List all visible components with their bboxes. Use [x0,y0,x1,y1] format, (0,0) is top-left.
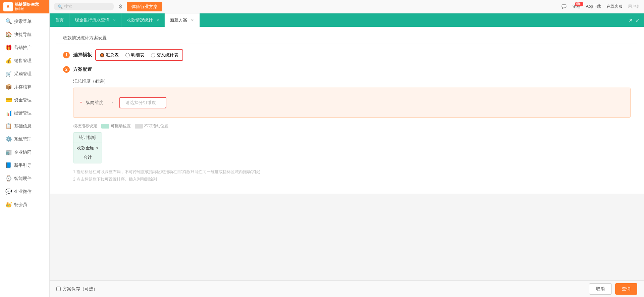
logo-text: 畅捷通好生意 标准版 [15,2,39,11]
step2-row: 2 方案配置 [63,66,631,73]
bottom-bar: 方案保存（可选） 取消 查询 [50,280,644,297]
search-placeholder: 搜索 [64,4,72,9]
form-body: 1 选择模板 汇总表 明细表 交叉统计表 [56,44,637,188]
watch-icon: ⌚ [5,175,11,182]
tab-bar-actions: ✕ ⤢ [625,13,644,27]
radio-detail[interactable]: 明细表 [125,52,144,58]
bottom-actions: 取消 查询 [582,283,644,295]
indicators-section: 模板指标设定 可拖动位置 不可拖动位置 统计指标 [73,123,631,164]
sidebar-item-system[interactable]: ⚙️ 系统管理 [0,133,49,146]
indicators-cell-amount[interactable]: 收款金额 ▾ [73,143,102,153]
legend-drag-color [101,124,109,129]
cancel-button[interactable]: 取消 [589,283,612,295]
card-icon: 💳 [5,97,11,103]
tab-bank-flow-label: 现金银行流水查询 [75,17,110,23]
radio-cross-label: 交叉统计表 [157,52,178,58]
app-download-link[interactable]: App下载 [586,4,601,9]
sidebar-item-wechat[interactable]: 💬 企业微信 [0,185,49,198]
gear-icon: ⚙️ [5,136,11,142]
tab-home[interactable]: 首页 [50,13,69,27]
sidebar-item-quick-nav[interactable]: 🏠 快捷导航 [0,28,49,41]
tab-new-plan-label: 新建方案 [170,17,187,23]
tab-collection-stat-close-icon[interactable]: × [156,17,159,23]
sidebar-item-purchase[interactable]: 🛒 采购管理 [0,67,49,80]
tips-tip2: 2.点击标题栏下拉可设置排序、插入列和删除列 [73,176,631,183]
indicators-legend: 模板指标设定 可拖动位置 不可拖动位置 [73,123,631,129]
sidebar-item-label: 经营管理 [14,110,32,116]
indicators-subtotal: 合计 [73,153,102,163]
indicators-table-header: 统计指标 [73,133,102,143]
list-icon: 📋 [5,123,11,129]
tab-bar: 首页 现金银行流水查询 × 收款情况统计 × 新建方案 × ✕ ⤢ [50,13,644,27]
tab-bank-flow[interactable]: 现金银行流水查询 × [69,13,121,27]
sidebar-item-label: 快捷导航 [14,32,32,38]
gift-icon: 🎁 [5,44,11,51]
radio-summary-input[interactable] [100,53,104,57]
sidebar-item-label: 搜索菜单 [14,18,32,24]
dimension-orange-zone: * 纵向维度 → 请选择分组维度 [73,88,631,118]
tab-bank-flow-close-icon[interactable]: × [113,17,116,23]
dimension-section-title: 汇总维度（必选） [73,78,631,84]
top-header: 🔍 搜索 ⚙ 体验行业方案 💬 99+ 消息 App下载 在线客服 用户名 [50,0,644,13]
online-service-link[interactable]: 在线客服 [606,4,623,9]
legend-nodrag-label: 不可拖动位置 [144,123,168,129]
sidebar-item-finance[interactable]: 💳 资金管理 [0,93,49,106]
radio-cross[interactable]: 交叉统计表 [151,52,178,58]
save-label: 方案保存（可选） [63,286,98,292]
query-button[interactable]: 查询 [615,283,637,295]
sidebar-item-search-menu[interactable]: 🔍 搜索菜单 [0,15,49,28]
sidebar-item-label: 销售管理 [14,58,32,64]
save-option: 方案保存（可选） [50,286,104,292]
tip1-text: 1.拖动标题栏可以调整布局，不可跨维度或指标区域拖动栏目字段(只能在同一维度或指… [73,169,260,174]
settings-gear-icon[interactable]: ⚙ [118,3,123,10]
sidebar-item-label: 采购管理 [14,71,32,77]
notification-area[interactable]: 💬 99+ 消息 [561,4,580,9]
main-area: 🔍 搜索 ⚙ 体验行业方案 💬 99+ 消息 App下载 在线客服 用户名 首页… [50,0,644,297]
sidebar-item-inventory[interactable]: 📦 库存核算 [0,80,49,93]
home-icon: 🏠 [5,31,11,38]
tab-collection-stat[interactable]: 收款情况统计 × [121,13,165,27]
sidebar-item-member[interactable]: 👑 畅会员 [0,198,49,211]
header-right: 💬 99+ 消息 App下载 在线客服 用户名 [561,4,640,9]
indicators-table: 统计指标 收款金额 ▾ 合计 [73,132,102,163]
sidebar: B 畅捷通好生意 标准版 🔍 搜索菜单 🏠 快捷导航 🎁 营销推广 💰 销售管理… [0,0,50,297]
sidebar-item-operation[interactable]: 📊 经营管理 [0,106,49,119]
sidebar-item-label: 企业微信 [14,189,32,195]
radio-cross-input[interactable] [151,53,155,57]
vertical-dimension-row: * 纵向维度 → 请选择分组维度 [80,97,166,108]
tab-collection-stat-label: 收款情况统计 [127,17,153,23]
sidebar-item-marketing[interactable]: 🎁 营销推广 [0,41,49,54]
search-box[interactable]: 🔍 搜索 [54,3,114,10]
sidebar-item-basic-info[interactable]: 📋 基础信息 [0,119,49,133]
step1-row: 1 选择模板 汇总表 明细表 交叉统计表 [63,49,631,61]
logo-icon: B [3,2,13,11]
money-icon: 💰 [5,57,11,64]
tab-new-plan-close-icon[interactable]: × [191,17,194,23]
cart-icon: 🛒 [5,70,11,77]
logo: B 畅捷通好生意 标准版 [0,0,49,13]
radio-summary[interactable]: 汇总表 [100,52,119,58]
cell-amount-label: 收款金额 [77,145,94,151]
tab-close-all-icon[interactable]: ✕ [629,17,633,23]
dimension-select-box[interactable]: 请选择分组维度 [119,97,166,108]
sidebar-item-label: 基础信息 [14,123,32,129]
chart-icon: 📊 [5,110,11,116]
tips-section: 1.拖动标题栏可以调整布局，不可跨维度或指标区域拖动栏目字段(只能在同一维度或指… [73,168,631,183]
sidebar-item-enterprise[interactable]: 🏢 企业协同 [0,146,49,159]
chat-icon: 💬 [5,188,11,195]
sidebar-item-label: 企业协同 [14,149,32,155]
form-section: 收款情况统计方案设置 1 选择模板 汇总表 明细表 [50,27,644,194]
sidebar-item-hardware[interactable]: ⌚ 智能硬件 [0,172,49,185]
logo-line2: 标准版 [15,7,39,11]
try-industry-button[interactable]: 体验行业方案 [127,2,162,11]
radio-detail-label: 明细表 [131,52,144,58]
search-menu-icon: 🔍 [5,18,11,24]
step2-number: 2 [63,66,70,73]
sidebar-item-sales[interactable]: 💰 销售管理 [0,54,49,67]
content-area: 收款情况统计方案设置 1 选择模板 汇总表 明细表 [50,27,644,280]
tab-new-plan[interactable]: 新建方案 × [165,13,199,27]
sidebar-item-guide[interactable]: 📘 新手引导 [0,159,49,172]
save-checkbox[interactable] [56,287,61,291]
radio-detail-input[interactable] [125,53,130,57]
tab-maximize-icon[interactable]: ⤢ [636,17,640,23]
